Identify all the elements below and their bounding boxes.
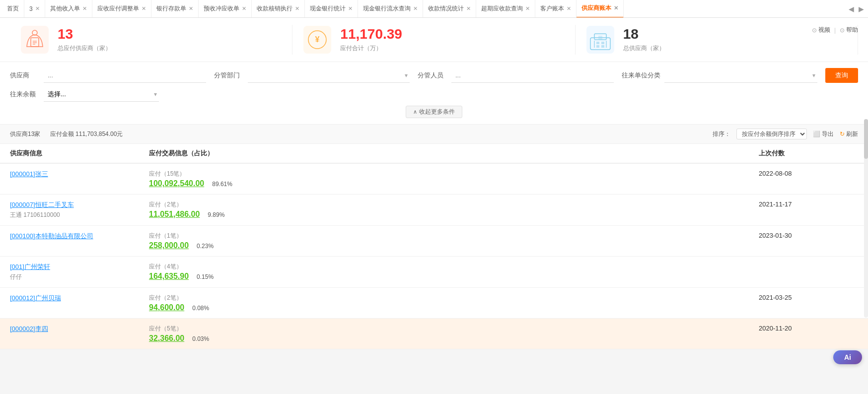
nav-tab-other-income[interactable]: 其他收入单 ✕	[45, 0, 92, 18]
close-tab-cash-bank-stat[interactable]: ✕	[348, 5, 353, 12]
supplier-filter-input[interactable]	[44, 68, 206, 83]
collapse-button[interactable]: ∧ 收起更多条件	[406, 106, 462, 118]
table-header: 供应商信息 应付交易信息（占比） 上次付数	[0, 144, 868, 164]
supplier-link-000001[interactable]: [000001]张三	[10, 170, 48, 178]
scroll-thumb[interactable]	[864, 119, 868, 159]
table-row[interactable]: [000001]张三 应付（15笔） 100,092,540.00 89.61%…	[0, 164, 868, 195]
nav-tab-cash-bank-query[interactable]: 现金银行流水查询 ✕	[358, 0, 423, 18]
transaction-info-000007: 应付（2笔） 11,051,486.00 9.89%	[149, 200, 759, 219]
collapse-btn-label: 收起更多条件	[419, 108, 455, 116]
ap-amount-info: 11,170.39 应付合计（万）	[340, 27, 402, 53]
ap-suppliers-label: 总应付供应商（家）	[58, 44, 111, 53]
close-tab-ar-ap-adjust[interactable]: ✕	[142, 5, 146, 12]
nav-tab-supplier-book-label: 供应商账本	[581, 4, 611, 12]
table-row[interactable]: [000007]恒旺二手叉车 王通 17106110000 应付（2笔） 11,…	[0, 195, 868, 226]
last-pay-cell-000012: 2021-03-25	[759, 294, 858, 301]
trans-amount-000100[interactable]: 258,000.00	[149, 241, 189, 250]
sort-label: 排序：	[713, 130, 730, 138]
stat-block-ap-suppliers: 13 总应付供应商（家）	[10, 25, 292, 55]
supplier-link-001[interactable]: [001]广州荣轩	[10, 263, 50, 270]
close-tab-other-income[interactable]: ✕	[82, 5, 87, 12]
nav-tab-customer-book[interactable]: 客户账本 ✕	[535, 0, 577, 18]
category-filter-label: 往来单位分类	[622, 71, 660, 80]
category-filter-select[interactable]	[668, 71, 814, 79]
trans-amount-000002[interactable]: 32,366.00	[149, 334, 184, 343]
close-tab-bank-deposit[interactable]: ✕	[189, 5, 193, 12]
ap-amount-number: 11,170.39	[340, 27, 402, 42]
data-table: 供应商信息 应付交易信息（占比） 上次付数 [000001]张三 应付（15笔）…	[0, 144, 868, 349]
supplier-link-000012[interactable]: [000012]广州贝瑞	[10, 294, 61, 302]
close-tab-supplier-book[interactable]: ✕	[614, 5, 618, 11]
nav-tab-receipt-stat[interactable]: 收款情况统计 ✕	[423, 0, 476, 18]
export-button[interactable]: ⬜ 导出	[813, 130, 834, 138]
nav-tab-ar-ap-adjust[interactable]: 应收应付调整单 ✕	[92, 0, 151, 18]
col-header-last-pay: 上次付数	[759, 149, 858, 158]
close-tab-overdue-ar[interactable]: ✕	[525, 5, 530, 12]
transaction-cell-000001: 应付（15笔） 100,092,540.00 89.61%	[149, 170, 759, 188]
trans-row-000100: 258,000.00 0.23%	[149, 241, 759, 250]
person-filter-input[interactable]	[451, 68, 614, 83]
nav-tab-home[interactable]: 首页	[2, 0, 24, 18]
nav-tab-bank-deposit[interactable]: 银行存款单 ✕	[151, 0, 199, 18]
supplier-cell-000001: [000001]张三	[10, 170, 149, 179]
nav-tab-cash-bank-stat[interactable]: 现金银行统计 ✕	[305, 0, 358, 18]
close-tab-customer-book[interactable]: ✕	[567, 5, 571, 12]
nav-tab-home-label: 首页	[7, 4, 19, 13]
last-pay-cell-000007: 2021-11-17	[759, 200, 858, 208]
dept-filter-select[interactable]	[252, 71, 406, 79]
nav-right-arrow[interactable]: ▶	[856, 0, 866, 18]
trans-amount-000012[interactable]: 94,600.00	[149, 303, 184, 312]
total-suppliers-number: 18	[623, 27, 665, 42]
total-suppliers-icon	[585, 25, 615, 55]
close-tab-receipt-exec[interactable]: ✕	[295, 5, 299, 12]
search-button[interactable]: 查询	[825, 68, 858, 83]
supplier-link-000100[interactable]: [000100]本特勒油品有限公司	[10, 232, 93, 240]
nav-arrows: ◀ ▶	[846, 0, 866, 18]
trans-label-000007: 应付（2笔）	[149, 200, 759, 209]
close-tab-receipt-stat[interactable]: ✕	[466, 5, 471, 12]
transaction-cell-000100: 应付（1笔） 258,000.00 0.23%	[149, 232, 759, 250]
trans-row-000007: 11,051,486.00 9.89%	[149, 210, 759, 219]
svg-rect-17	[601, 45, 604, 48]
table-row[interactable]: [000100]本特勒油品有限公司 应付（1笔） 258,000.00 0.23…	[0, 226, 868, 257]
filter-dept: 分管部门 ▾	[214, 68, 410, 83]
category-filter-select-wrapper: ▾	[664, 68, 818, 83]
refresh-button[interactable]: ↻ 刷新	[840, 130, 858, 138]
last-pay-cell-000100: 2023-01-30	[759, 232, 858, 239]
sort-select[interactable]: 按应付余额倒序排序 按应付余额升序排序	[736, 129, 807, 139]
table-row[interactable]: [000002]李四 应付（5笔） 32,366.00 0.03% 2020-1…	[0, 319, 868, 349]
trans-amount-000007[interactable]: 11,051,486.00	[149, 210, 200, 219]
filter-category: 往来单位分类 ▾	[622, 68, 818, 83]
trans-row-000002: 32,366.00 0.03%	[149, 334, 759, 343]
last-pay-date-000012: 2021-03-25	[759, 294, 792, 301]
nav-tab-overdue-ar[interactable]: 超期应收款查询 ✕	[476, 0, 535, 18]
nav-tab-3[interactable]: 3 ✕	[24, 0, 45, 18]
close-tab-cash-bank-query[interactable]: ✕	[413, 5, 418, 12]
trans-amount-001[interactable]: 164,635.90	[149, 272, 189, 281]
nav-tab-prepaid-label: 预收冲应收单	[204, 4, 239, 13]
nav-tab-receipt-exec[interactable]: 收款核销执行 ✕	[252, 0, 305, 18]
nav-left-arrow[interactable]: ◀	[846, 0, 856, 18]
supplier-cell-001: [001]广州荣轩 仔仔	[10, 263, 149, 281]
link-divider: |	[834, 27, 836, 34]
balance-filter-select[interactable]: 选择...	[48, 90, 155, 98]
nav-tab-prepaid[interactable]: 预收冲应收单 ✕	[199, 0, 252, 18]
close-tab-3[interactable]: ✕	[35, 5, 40, 12]
trans-percent-000012: 0.08%	[192, 305, 209, 312]
last-pay-date-000002: 2020-11-20	[759, 325, 792, 332]
result-actions: 排序： 按应付余额倒序排序 按应付余额升序排序 ⬜ 导出 ↻ 刷新	[713, 129, 858, 139]
video-link[interactable]: 视频	[818, 26, 830, 34]
help-link[interactable]: 帮助	[846, 26, 858, 34]
filter-area: 供应商 分管部门 ▾ 分管人员 往来单位分类 ▾	[0, 62, 868, 125]
trans-amount-000001[interactable]: 100,092,540.00	[149, 179, 204, 188]
supplier-link-000002[interactable]: [000002]李四	[10, 325, 48, 332]
collapse-arrow-icon: ∧	[413, 109, 417, 115]
supplier-link-000007[interactable]: [000007]恒旺二手叉车	[10, 201, 74, 208]
table-row[interactable]: [000012]广州贝瑞 应付（2笔） 94,600.00 0.08% 2021…	[0, 288, 868, 319]
nav-tab-supplier-book[interactable]: 供应商账本 ✕	[577, 0, 624, 18]
table-row[interactable]: [001]广州荣轩 仔仔 应付（4笔） 164,635.90 0.15%	[0, 257, 868, 288]
nav-tab-cash-bank-stat-label: 现金银行统计	[310, 4, 346, 13]
close-tab-prepaid[interactable]: ✕	[242, 5, 246, 12]
svg-rect-18	[598, 36, 602, 40]
last-pay-date-000001: 2022-08-08	[759, 170, 792, 177]
